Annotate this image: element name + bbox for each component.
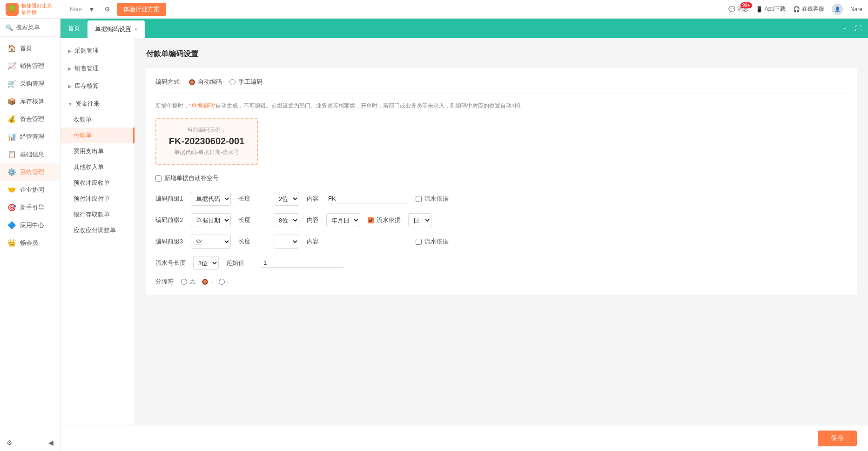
- sub-item-other-income[interactable]: 其他收入单: [61, 159, 135, 175]
- tab-home[interactable]: 首页: [61, 19, 87, 38]
- manual-encode-radio[interactable]: [229, 79, 236, 85]
- sep-none-radio[interactable]: [181, 279, 187, 285]
- auto-encode-radio[interactable]: [189, 79, 195, 85]
- prefix1-label: 编码前缀1: [155, 195, 183, 203]
- encode-label: 编码方式: [155, 78, 180, 86]
- sidebar-collapse-btn[interactable]: ◀: [46, 438, 56, 447]
- manual-encode-option[interactable]: 手工编码: [229, 78, 262, 86]
- length3-select[interactable]: 2位 4位: [274, 235, 299, 249]
- sep-dash-option[interactable]: ·: [219, 278, 229, 285]
- auto-fill-row[interactable]: 新增单据自动补空号: [155, 174, 848, 182]
- sub-item-adjust[interactable]: 应收应付调整单: [61, 222, 135, 238]
- flow1-checkbox-label[interactable]: 流水依据: [416, 195, 449, 203]
- save-button[interactable]: 保存: [818, 431, 857, 446]
- sidebar-item-inventory[interactable]: 📦 库存核算: [0, 93, 60, 110]
- flow3-checkbox[interactable]: [416, 239, 422, 245]
- sep-label: 分隔符: [155, 277, 174, 286]
- content-area: ▶ 采购管理 ▶ 销售管理 ▶ 库存核算: [61, 38, 868, 425]
- brand-logo: 🍀: [6, 3, 19, 16]
- flow3-checkbox-label[interactable]: 流水依据: [416, 237, 449, 246]
- sidebar-settings-btn[interactable]: ⚙: [4, 438, 15, 447]
- length1-select[interactable]: 2位 3位 4位: [274, 192, 299, 206]
- top-bar-right: 💬 消息 99+ 📱 App下载 🎧 在线客服 👤 Nare: [728, 4, 862, 15]
- sub-header-sales[interactable]: ▶ 销售管理: [61, 61, 135, 76]
- day-select[interactable]: 日 月 年: [408, 213, 431, 227]
- content2-select[interactable]: 年月日 年月 年: [326, 213, 360, 227]
- content3-input[interactable]: [326, 237, 408, 246]
- member-icon: 👑: [7, 239, 16, 247]
- avatar[interactable]: 👤: [832, 4, 843, 15]
- sep-dash-radio[interactable]: [219, 279, 225, 285]
- serial-length-select[interactable]: 3位 4位 5位 6位: [193, 256, 219, 270]
- capital-arrow-icon: ▼: [68, 101, 73, 107]
- start-value-input[interactable]: [262, 258, 343, 268]
- finance-icon: 💰: [7, 115, 16, 123]
- user-name[interactable]: Nare: [850, 6, 862, 13]
- sidebar-item-home[interactable]: 🏠 首页: [0, 40, 60, 57]
- prefix1-select[interactable]: 单据代码 部门 业务员 空: [191, 192, 231, 206]
- auto-fill-checkbox[interactable]: [155, 175, 161, 182]
- sidebar-item-apps[interactable]: 🔷 应用中心: [0, 216, 60, 234]
- sub-group-purchase: ▶ 采购管理: [61, 43, 135, 59]
- footer-bar: 保存: [61, 425, 868, 451]
- tab-encode-settings[interactable]: 单据编码设置 ×: [87, 20, 145, 38]
- sidebar-item-system[interactable]: ⚙️ 系统管理: [0, 163, 60, 181]
- sidebar-item-guide[interactable]: 🎯 新手引导: [0, 199, 60, 216]
- message-btn[interactable]: 💬 消息 99+: [728, 5, 748, 13]
- headset-icon: 🎧: [793, 6, 800, 13]
- flow1-checkbox[interactable]: [416, 196, 422, 202]
- tab-minimize-btn[interactable]: －: [839, 22, 849, 34]
- sub-item-payment[interactable]: 付款单: [61, 128, 135, 143]
- message-badge: 99+: [740, 2, 752, 8]
- settings-btn[interactable]: ⚙: [101, 5, 113, 14]
- app-icon: 📱: [756, 6, 763, 13]
- separator-row: 分隔符 无 · ·: [155, 277, 848, 286]
- length2-select[interactable]: 8位 6位 4位: [274, 213, 299, 227]
- content1-label: 内容: [307, 195, 319, 203]
- flow2-checkbox[interactable]: [368, 217, 374, 223]
- sub-item-receipt[interactable]: 收款单: [61, 112, 135, 128]
- search-menu-btn[interactable]: 🔍 搜索菜单: [0, 19, 60, 37]
- sub-item-bank[interactable]: 银行存取款单: [61, 207, 135, 222]
- prefix2-select[interactable]: 单据日期 单据代码 部门 业务员 空: [191, 213, 231, 227]
- sidebar-item-operation[interactable]: 📊 经营管理: [0, 128, 60, 146]
- sidebar-item-corp[interactable]: 🤝 企业协同: [0, 181, 60, 199]
- basic-icon: 📋: [7, 150, 16, 159]
- online-service-btn[interactable]: 🎧 在线客服: [793, 5, 824, 13]
- sep-dot-option[interactable]: ·: [202, 278, 212, 285]
- app-download-btn[interactable]: 📱 App下载: [756, 5, 786, 13]
- start-value-label: 起始值: [226, 259, 254, 267]
- encode-method-row: 编码方式 自动编码 手工编码: [155, 78, 848, 94]
- account-text: Nare: [70, 6, 82, 13]
- sub-item-pre-receive[interactable]: 预收冲应收单: [61, 175, 135, 191]
- sidebar-item-purchase[interactable]: 🛒 采购管理: [0, 75, 60, 93]
- prefix3-select[interactable]: 空 单据代码 单据日期 部门 业务员: [191, 235, 231, 249]
- sidebar-item-member[interactable]: 👑 畅会员: [0, 234, 60, 252]
- content3-label: 内容: [307, 237, 319, 246]
- message-icon: 💬: [728, 6, 735, 13]
- sub-header-purchase[interactable]: ▶ 采购管理: [61, 43, 135, 59]
- sidebar-item-finance[interactable]: 💰 资金管理: [0, 110, 60, 128]
- auto-encode-option[interactable]: 自动编码: [189, 78, 222, 86]
- flow2-checkbox-label[interactable]: 流水依据: [368, 216, 401, 224]
- sep-dot-radio[interactable]: [202, 279, 208, 285]
- sub-item-expense[interactable]: 费用支出单: [61, 143, 135, 159]
- length2-label: 长度: [238, 216, 266, 224]
- home-icon: 🏠: [7, 44, 16, 53]
- sidebar-item-basic[interactable]: 📋 基础信息: [0, 146, 60, 163]
- preview-desc: 单据代码-单据日期-流水号: [168, 148, 246, 156]
- info-text: 新增单据时，*单据编码*自动生成，不可编辑。前缀设置为部门、业务员等档案类，开单…: [155, 101, 848, 110]
- sub-item-pre-pay[interactable]: 预付冲应付单: [61, 191, 135, 207]
- apps-icon: 🔷: [7, 221, 16, 229]
- sub-header-capital[interactable]: ▼ 资金往来: [61, 96, 135, 112]
- tab-close-btn[interactable]: ×: [134, 26, 137, 33]
- dropdown-arrow-btn[interactable]: ▼: [86, 5, 98, 14]
- tab-maximize-btn[interactable]: ⛶: [853, 22, 863, 34]
- content1-input[interactable]: [326, 194, 408, 203]
- trial-btn[interactable]: 体验行业方案: [117, 3, 166, 16]
- sep-none-option[interactable]: 无: [181, 277, 195, 286]
- top-bar: 🍀 畅捷通好生意 插件版 Nare ▼ ⚙ 体验行业方案 💬 消息 99+ 📱 …: [0, 0, 868, 19]
- sidebar-item-sales[interactable]: 📈 销售管理: [0, 57, 60, 75]
- sub-header-inventory[interactable]: ▶ 库存核算: [61, 78, 135, 94]
- purchase-arrow-icon: ▶: [68, 48, 72, 54]
